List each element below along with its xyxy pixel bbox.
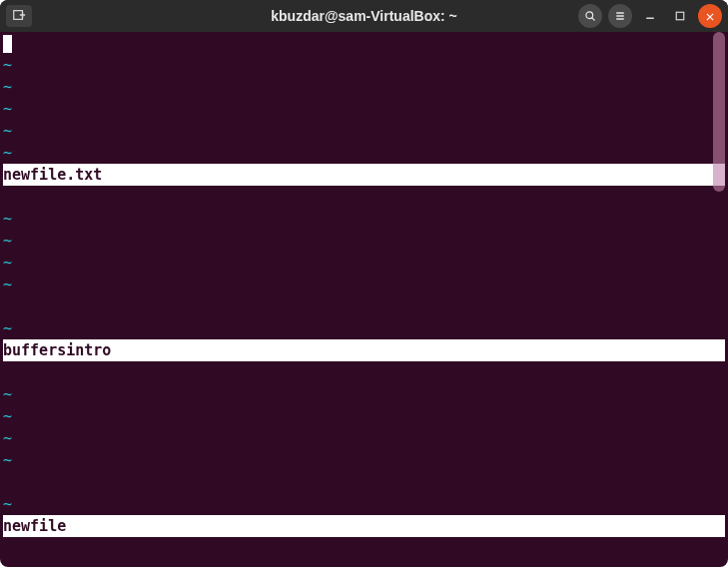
- search-button[interactable]: [578, 4, 602, 28]
- new-tab-icon: [12, 7, 26, 26]
- terminal-content: ~ ~ ~ ~ ~ newfile.txt ~ ~ ~ ~ ~ buffersi…: [3, 32, 725, 537]
- empty-line: ~: [3, 317, 725, 339]
- titlebar: kbuzdar@sam-VirtualBox: ~: [0, 0, 728, 32]
- svg-rect-9: [676, 12, 684, 20]
- terminal-body[interactable]: ~ ~ ~ ~ ~ newfile.txt ~ ~ ~ ~ ~ buffersi…: [3, 32, 725, 564]
- empty-line: ~: [3, 208, 725, 230]
- empty-line: ~: [3, 54, 725, 76]
- menu-button[interactable]: [608, 4, 632, 28]
- pane-status-1: newfile.txt: [3, 164, 725, 186]
- maximize-button[interactable]: [668, 4, 692, 28]
- scrollbar[interactable]: [713, 32, 725, 564]
- close-button[interactable]: [698, 4, 722, 28]
- new-tab-button[interactable]: [6, 5, 32, 27]
- blank-line: [3, 295, 725, 317]
- titlebar-right: [578, 4, 722, 28]
- terminal-window: kbuzdar@sam-VirtualBox: ~: [0, 0, 728, 567]
- minimize-icon: [644, 7, 656, 26]
- empty-line: ~: [3, 274, 725, 295]
- empty-line: ~: [3, 449, 725, 471]
- pane-status-2: buffersintro: [3, 339, 725, 361]
- empty-line: ~: [3, 383, 725, 405]
- empty-line: ~: [3, 230, 725, 252]
- svg-point-3: [586, 11, 593, 18]
- close-icon: [705, 7, 715, 26]
- empty-line: ~: [3, 405, 725, 427]
- maximize-icon: [674, 7, 686, 26]
- blank-line: [3, 186, 725, 208]
- search-icon: [584, 7, 596, 26]
- empty-line: ~: [3, 252, 725, 274]
- empty-line: ~: [3, 98, 725, 120]
- hamburger-icon: [614, 7, 626, 26]
- blank-line: [3, 471, 725, 493]
- text-cursor: [3, 35, 12, 53]
- empty-line: ~: [3, 120, 725, 142]
- empty-line: ~: [3, 493, 725, 515]
- empty-line: ~: [3, 427, 725, 449]
- svg-line-4: [592, 17, 595, 20]
- minimize-button[interactable]: [638, 4, 662, 28]
- cursor-line: [3, 32, 725, 54]
- empty-line: ~: [3, 76, 725, 98]
- scrollbar-thumb[interactable]: [713, 32, 725, 192]
- titlebar-left: [6, 5, 32, 27]
- empty-line: ~: [3, 142, 725, 164]
- pane-status-3: newfile: [3, 515, 725, 537]
- blank-line: [3, 361, 725, 383]
